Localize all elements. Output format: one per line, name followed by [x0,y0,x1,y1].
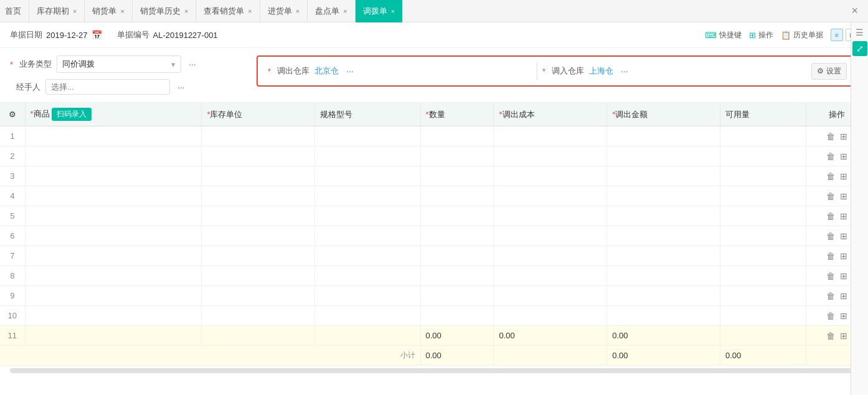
tab-inventory-init[interactable]: 库存期初 × [29,0,85,22]
delete-icon-3[interactable]: 🗑 [826,171,835,181]
col-amount: *调出金额 [607,103,720,126]
calendar-icon[interactable]: 📅 [92,30,102,40]
date-value: 2019-12-27 [46,31,88,40]
tab-sales[interactable]: 销货单 × [85,0,132,22]
subtotal-cost-2: 0.00 [720,346,806,366]
delete-icon-4[interactable]: 🗑 [826,191,835,201]
row-1-qty[interactable] [420,126,494,146]
delete-icon-9[interactable]: 🗑 [826,291,835,301]
business-type-field: * 业务类型 同价调拨 ▾ ··· [10,55,247,73]
tab-close-purchase[interactable]: × [296,7,300,15]
history-action[interactable]: 📋 历史单据 [781,30,823,40]
row-2-unit[interactable] [202,146,315,166]
copy-icon-1[interactable]: ⊞ [840,131,847,141]
row-2-qty[interactable] [420,146,494,166]
row-num-6: 6 [0,226,25,246]
row-2-product[interactable] [25,146,202,166]
tab-label-sales-history: 销货单历史 [140,6,181,17]
row-num-11: 11 [0,326,25,346]
tab-sales-history[interactable]: 销货单历史 × [133,0,196,22]
business-type-value: 同价调拨 [62,59,95,70]
header-row: 单据日期 2019-12-27 📅 单据编号 AL-20191227-001 ⌨… [0,22,868,48]
tab-home[interactable]: 首页 [5,0,29,22]
tab-purchase[interactable]: 进货单 × [260,0,308,22]
copy-icon-5[interactable]: ⊞ [840,211,847,221]
copy-icon-9[interactable]: ⊞ [840,291,847,301]
row-num-8: 8 [0,266,25,286]
copy-icon-8[interactable]: ⊞ [840,271,847,281]
col-gear[interactable]: ⚙ [0,103,25,126]
table-subtotal-row: 11 0.00 0.00 0.00 🗑⊞ [0,326,868,346]
bottom-scrollbar[interactable] [10,368,858,373]
handler-field: 经手人 ··· [10,79,247,95]
row-1-unit[interactable] [202,126,315,146]
copy-icon-4[interactable]: ⊞ [840,191,847,201]
copy-icon-2[interactable]: ⊞ [840,151,847,161]
delete-icon-6[interactable]: 🗑 [826,231,835,241]
copy-icon-11[interactable]: ⊞ [840,331,847,341]
shortcut-action[interactable]: ⌨ 快捷键 [705,30,742,40]
copy-icon-3[interactable]: ⊞ [840,171,847,181]
transfer-out-section: * 调出仓库 北京仓 ··· [268,65,532,77]
delete-icon-7[interactable]: 🗑 [826,251,835,261]
window-close-button[interactable]: × [846,4,863,17]
warehouse-divider [537,62,537,80]
table-row: 3 🗑⊞ [0,166,868,186]
row-2-spec[interactable] [315,146,420,166]
row-num-4: 4 [0,186,25,206]
row-1-spec[interactable] [315,126,420,146]
copy-icon-10[interactable]: ⊞ [840,311,847,321]
row-2-cost[interactable] [494,146,607,166]
row-1-available[interactable] [720,126,806,146]
scan-button[interactable]: 扫码录入 [52,108,92,121]
settings-button[interactable]: ⚙ 设置 [811,63,847,80]
history-icon: 📋 [781,31,791,40]
tab-close-inventory-init[interactable]: × [73,7,77,15]
table-row: 10 🗑⊞ [0,306,868,326]
row-1-product[interactable] [25,126,202,146]
transfer-in-more[interactable]: ··· [618,65,631,77]
transfer-in-section: * 调入仓库 上海仓 ··· [542,65,806,77]
row-2-amount[interactable] [607,146,720,166]
transfer-out-value: 北京仓 [314,65,339,77]
sidebar-expand-icon[interactable]: ⤢ [852,41,867,56]
row-1-amount[interactable] [607,126,720,146]
delete-icon-8[interactable]: 🗑 [826,271,835,281]
sidebar-list-icon[interactable]: ☰ [852,25,867,40]
delete-icon-5[interactable]: 🗑 [826,211,835,221]
tab-view-sales[interactable]: 查看销货单 × [196,0,260,22]
tab-transfer[interactable]: 调拨单 × [356,0,403,22]
business-type-more[interactable]: ··· [186,58,199,70]
subtotal-cost: 0.00 [494,326,607,346]
subtotal-amount: 0.00 [607,326,720,346]
table-row: 6 🗑⊞ [0,226,868,246]
col-product: *商品 扫码录入 [25,103,202,126]
delete-icon-1[interactable]: 🗑 [826,131,835,141]
delete-icon-10[interactable]: 🗑 [826,311,835,321]
tab-close-stocktake[interactable]: × [343,7,347,15]
tab-stocktake[interactable]: 盘点单 × [308,0,355,22]
gear-col-icon: ⚙ [9,110,16,119]
delete-icon-11[interactable]: 🗑 [826,331,835,341]
row-1-cost[interactable] [494,126,607,146]
row-2-available[interactable] [720,146,806,166]
business-type-label: 业务类型 [19,59,52,70]
operation-icon: ⊞ [749,31,756,40]
table-row: 9 🗑⊞ [0,286,868,306]
business-type-select[interactable]: 同价调拨 ▾ [57,55,181,73]
transfer-in-value: 上海仓 [589,65,613,77]
tab-close-transfer[interactable]: × [391,7,395,15]
tab-close-view-sales[interactable]: × [248,7,252,15]
form-left: * 业务类型 同价调拨 ▾ ··· 经手人 ··· [10,55,247,95]
operation-action[interactable]: ⊞ 操作 [749,30,773,40]
row-3-product[interactable] [25,166,202,186]
layout-icon-list[interactable]: ≡ [831,29,843,41]
handler-more[interactable]: ··· [175,81,187,93]
delete-icon-2[interactable]: 🗑 [826,151,835,161]
transfer-out-more[interactable]: ··· [344,65,356,77]
tab-close-sales-history[interactable]: × [184,7,188,15]
handler-input[interactable] [45,79,170,95]
tab-close-sales[interactable]: × [120,7,124,15]
copy-icon-6[interactable]: ⊞ [840,231,847,241]
copy-icon-7[interactable]: ⊞ [840,251,847,261]
